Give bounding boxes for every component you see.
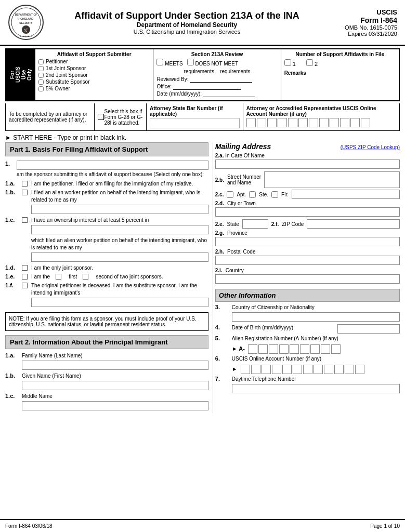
attorney-select-label: Select this box if Form G-28 or G-28I is… xyxy=(104,109,142,126)
attorney-checkbox[interactable] xyxy=(98,114,104,120)
city-input[interactable] xyxy=(215,207,400,217)
attorney-bar-label: Attorney State Bar Number (if applicable… xyxy=(150,105,240,117)
part2-1c-content: Middle Name xyxy=(22,393,208,411)
addr-2c-row: 2.c. Apt. Ste. Flr. xyxy=(215,190,400,199)
telephone-input[interactable] xyxy=(232,384,400,393)
item1c-company-input[interactable] xyxy=(31,225,208,234)
addr-2ef-inline: 2.e. State 2.f. ZIP Code xyxy=(215,219,400,229)
item1e-second-checkbox[interactable] xyxy=(83,274,88,280)
part2-family-name-input[interactable] xyxy=(22,361,208,370)
item1a-checkbox[interactable] xyxy=(22,181,28,187)
header-right: USCIS Form I-864 OMB No. 1615-0075 Expir… xyxy=(324,8,397,37)
a-box-2 xyxy=(258,344,268,354)
item1c-relation-input[interactable] xyxy=(31,252,208,262)
submitter-section: Affidavit of Support Submitter Petitione… xyxy=(35,49,153,100)
item1b-input[interactable] xyxy=(31,205,208,214)
acct-box-5 xyxy=(288,118,297,127)
acct-box-2 xyxy=(257,118,266,127)
does-not-meet-checkbox[interactable] xyxy=(187,59,194,65)
addr-2d-row: 2.d. City or Town xyxy=(215,201,400,218)
usps-link[interactable]: (USPS ZIP Code Lookup) xyxy=(341,144,400,150)
joint-sponsor-1-checkbox[interactable] xyxy=(38,66,44,71)
item1e-text1: I am the xyxy=(31,273,50,281)
num-affidavits-section: Number of Support Affidavits in File 1 2… xyxy=(281,49,399,100)
a-box-4 xyxy=(279,344,289,354)
postal-code-input[interactable] xyxy=(215,256,400,265)
uscis-logo: DEPARTMENT OF HOMELAND SECURITY 🦅 ★ ★ ★ … xyxy=(8,4,44,41)
addr-2a-row: 2.a. In Care Of Name xyxy=(215,153,400,170)
part2-middle-name-input[interactable] xyxy=(22,401,208,410)
attorney-bar-input[interactable] xyxy=(150,118,240,128)
zip-input[interactable] xyxy=(307,219,400,229)
dob-input[interactable] xyxy=(337,324,400,334)
item1c-checkbox[interactable] xyxy=(22,217,28,223)
num2-checkbox[interactable] xyxy=(306,59,313,66)
street-input[interactable] xyxy=(264,171,400,188)
substitute-sponsor-checkbox[interactable] xyxy=(38,79,44,85)
attorney-label: To be completed by an attorney or accred… xyxy=(9,111,91,123)
a-box-5 xyxy=(290,344,299,354)
other-5-content: Alien Registration Number (A-Number) (if… xyxy=(232,335,400,354)
other-6-num: 6. xyxy=(215,355,230,362)
joint-sponsor-2-checkbox[interactable] xyxy=(38,73,44,78)
main-content: Part 1. Basis For Filing Affidavit of Su… xyxy=(5,142,400,413)
other-4-num: 4. xyxy=(215,324,230,330)
attorney-row: To be completed by an attorney or accred… xyxy=(5,103,400,131)
country-input[interactable] xyxy=(215,274,400,284)
other-4-row: 4. Date of Birth (mm/dd/yyyy) xyxy=(215,324,400,334)
item1e-checkbox[interactable] xyxy=(22,274,28,280)
item1-name-input[interactable] xyxy=(17,161,208,170)
omb-number: OMB No. 1615-0075 xyxy=(324,24,397,31)
item1f-checkbox[interactable] xyxy=(22,283,28,288)
uscis-box-10 xyxy=(334,365,344,374)
ste-checkbox[interactable] xyxy=(249,191,256,198)
part2-item1b-row: 1.b. Given Name (First Name) xyxy=(5,373,208,391)
flr-label: Flr. xyxy=(281,192,289,197)
acct-box-4 xyxy=(278,118,287,127)
part2-given-name-input[interactable] xyxy=(22,381,208,390)
other-info-title: Other Information xyxy=(219,291,276,299)
part2-1a-content: Family Name (Last Name) xyxy=(22,352,208,371)
joint-sponsor-2-option: 2nd Joint Sponsor xyxy=(38,72,150,78)
account-boxes xyxy=(246,118,396,127)
item1f-num: 1.f. xyxy=(5,282,20,288)
office-row: Office: xyxy=(156,84,277,90)
uscis-box-6 xyxy=(293,365,302,374)
remarks-label: Remarks xyxy=(284,70,396,76)
uscis-account-boxes xyxy=(241,365,364,374)
num1-checkbox[interactable] xyxy=(284,59,291,66)
uscis-content: Affidavit of Support Submitter Petitione… xyxy=(35,49,399,100)
attorney-account-label: Attorney or Accredited Representative US… xyxy=(246,105,396,117)
page-title: Affidavit of Support Under Section 213A … xyxy=(49,10,324,21)
item1-row: 1. am the sponsor submitting this affida… xyxy=(5,159,208,178)
item1e-num: 1.e. xyxy=(5,273,20,280)
addr-2b-inline: 2.b. Street Number and Name xyxy=(215,171,400,188)
uscis-account-row: ► xyxy=(232,364,400,374)
substitute-sponsor-option: Substitute Sponsor xyxy=(38,79,150,85)
petitioner-option: Petitioner xyxy=(38,59,150,64)
flr-checkbox[interactable] xyxy=(271,191,278,198)
item1f-input[interactable] xyxy=(31,298,208,307)
item1d-checkbox[interactable] xyxy=(22,265,28,271)
item1e-first-checkbox[interactable] xyxy=(56,274,61,280)
apt-checkbox[interactable] xyxy=(227,191,233,198)
meets-checkbox[interactable] xyxy=(156,59,163,65)
addr-2d-inline: 2.d. City or Town xyxy=(215,201,400,206)
other-3-row: 3. Country of Citizenship or Nationality xyxy=(215,304,400,323)
svg-text:🦅: 🦅 xyxy=(23,27,29,32)
state-input[interactable] xyxy=(242,219,268,229)
addr-2e-text: State xyxy=(227,221,239,227)
attorney-account-col: Attorney or Accredited Representative US… xyxy=(243,103,399,130)
svg-text:SECURITY: SECURITY xyxy=(19,21,33,24)
care-of-name-input[interactable] xyxy=(215,159,400,169)
apt-num-input[interactable] xyxy=(292,190,400,199)
five-pct-checkbox[interactable] xyxy=(38,86,44,91)
other-5-row: 5. Alien Registration Number (A-Number) … xyxy=(215,335,400,354)
citizenship-input[interactable] xyxy=(232,312,400,322)
addr-2i-text: Country xyxy=(226,268,244,273)
petitioner-checkbox[interactable] xyxy=(38,59,44,64)
addr-2b-text: Street Number and Name xyxy=(227,174,261,185)
province-input[interactable] xyxy=(215,237,400,246)
item1b-checkbox[interactable] xyxy=(22,190,28,195)
addr-2g-text: Province xyxy=(227,230,247,236)
